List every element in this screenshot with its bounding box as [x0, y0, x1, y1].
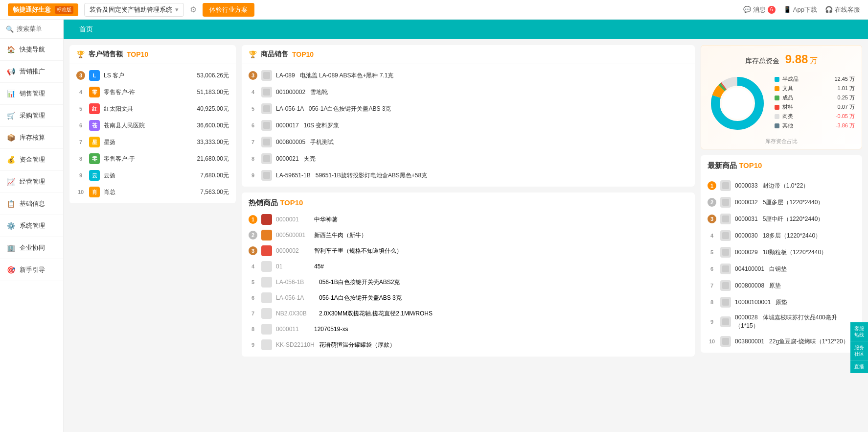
sales-icon: 📊 — [6, 89, 16, 98]
rank-number: 8 — [249, 154, 257, 163]
rank-number: 9 — [708, 317, 716, 326]
product-thumbnail — [261, 339, 272, 350]
gear-icon[interactable]: ⚙ — [190, 5, 197, 14]
sidebar-item-basic[interactable]: 📋 基础信息 — [0, 193, 63, 215]
live-btn[interactable]: 直播 — [850, 360, 868, 373]
online-service-btn[interactable]: 🎧 在线客服 — [825, 5, 860, 14]
nav-tab-home[interactable]: 首页 — [71, 21, 101, 38]
product-name: 智利车子里（规格不知道填什么） — [314, 247, 402, 255]
app-badge: 标准版 — [55, 6, 73, 14]
inventory-title: 库存总资金 — [745, 57, 779, 65]
inventory-total: 库存总资金 9.88 万 — [701, 46, 862, 69]
list-item: 8 0000011 12070519-xs — [242, 321, 695, 337]
product-icon — [720, 197, 731, 208]
top-header: 畅捷通好生意 标准版 装备及固定资产辅助管理系统 ▾ ⚙ 体验行业方案 💬 消息… — [0, 0, 868, 20]
legend-item: 材料 0.07 万 — [775, 103, 855, 111]
customer-rank-list: 3 L LS 客户 53,006.26元 4 零 零售客户-许 51,183.0… — [69, 64, 236, 203]
svg-rect-22 — [722, 338, 729, 345]
list-item: 7 星 星扬 33,333.00元 — [69, 134, 236, 150]
app-download-btn[interactable]: 📱 App下载 — [783, 5, 817, 14]
sales-value: 51,183.00元 — [197, 88, 229, 96]
inventory-chart-label: 库存资金占比 — [701, 138, 862, 149]
list-item: 6 LA-056-1A 056-1A白色按键开关盖ABS 3克 — [242, 290, 695, 306]
product-code: 0000011 — [276, 326, 310, 333]
sidebar-item-operation[interactable]: 📈 经营管理 — [0, 171, 63, 193]
customer-name: 星扬 — [104, 138, 193, 146]
sidebar-item-purchase[interactable]: 🛒 采购管理 — [0, 105, 63, 127]
donut-legend: 半成品 12.45 万 文具 1.01 万 成品 0 — [775, 75, 855, 131]
rank-number: 9 — [249, 340, 257, 349]
search-menu-label: 搜索菜单 — [17, 24, 42, 33]
sidebar-item-sales[interactable]: 📊 销售管理 — [0, 83, 63, 105]
rank-number: 7 — [708, 281, 716, 290]
product-info: 0000021 夹壳 — [276, 155, 688, 163]
rank-number: 1 — [249, 215, 257, 224]
message-btn[interactable]: 💬 消息 6 — [743, 5, 776, 14]
phone-icon: 📱 — [783, 6, 791, 13]
rank-number: 10 — [708, 337, 716, 346]
rank-number: 2 — [249, 231, 257, 240]
search-menu-btn[interactable]: 🔍 搜索菜单 — [0, 20, 63, 39]
sidebar-label-corp: 企业协同 — [20, 243, 45, 252]
sidebar-label-basic: 基础信息 — [20, 199, 45, 208]
list-item: 4 01 45# — [242, 259, 695, 274]
svg-rect-13 — [722, 182, 729, 189]
product-icon — [261, 120, 272, 131]
corp-icon: 🏢 — [6, 243, 16, 253]
sidebar-item-inventory[interactable]: 📦 库存核算 — [0, 127, 63, 149]
system-selector[interactable]: 装备及固定资产辅助管理系统 ▾ — [84, 3, 184, 17]
list-item: 9 KK-SD22110H 花语萌恒温分罐罐袋（厚款） — [242, 337, 695, 353]
page-content: 🏆 客户销售额 TOP10 3 L LS 客户 53,006.26元 — [64, 39, 868, 432]
left-column: 🏆 客户销售额 TOP10 3 L LS 客户 53,006.26元 — [69, 45, 236, 426]
rank-number: 5 — [249, 278, 257, 287]
customer-name: 零售客户-于 — [104, 155, 193, 163]
customer-name: 苍南县人民医院 — [104, 121, 193, 130]
product-sales-header: 🏆 商品销售 TOP10 — [242, 45, 695, 64]
search-icon: 🔍 — [6, 25, 14, 33]
customer-service-btn[interactable]: 客服热线 — [850, 322, 868, 341]
product-icon — [720, 280, 731, 291]
svg-rect-14 — [722, 199, 729, 206]
product-icon — [720, 230, 731, 241]
community-btn[interactable]: 服务社区 — [850, 341, 868, 360]
trial-button[interactable]: 体验行业方案 — [203, 3, 254, 17]
hot-products-title: 热销商品 TOP10 — [242, 192, 695, 212]
product-thumbnail — [261, 214, 272, 225]
app-title-area: 畅捷通好生意 标准版 — [8, 3, 78, 16]
product-info: 000800008 原垫 — [735, 282, 855, 290]
product-icon — [261, 137, 272, 147]
sidebar-label-purchase: 采购管理 — [20, 111, 45, 120]
system-name: 装备及固定资产辅助管理系统 — [90, 5, 172, 14]
product-code: LA-056-1B — [276, 279, 315, 286]
sales-value: 33,333.00元 — [197, 138, 229, 146]
sidebar-item-guide[interactable]: 🎯 新手引导 — [0, 259, 63, 281]
sidebar-item-home[interactable]: 🏠 快捷导航 — [0, 39, 63, 61]
rank-number: 6 — [249, 293, 257, 302]
rank-number: 7 — [249, 138, 257, 146]
avatar: 红 — [89, 103, 100, 114]
list-item: 10 003800001 22g鱼豆腐-烧烤味（1*12*20） — [701, 333, 862, 350]
rank-number: 8 — [708, 298, 716, 307]
sidebar-item-marketing[interactable]: 📢 营销推广 — [0, 61, 63, 83]
sidebar-label-system: 系统管理 — [20, 221, 45, 230]
hot-products-badge: TOP10 — [280, 198, 303, 207]
list-item: 4 零 零售客户-许 51,183.00元 — [69, 84, 236, 100]
list-item: 8 10000100001 原垫 — [701, 294, 862, 311]
message-icon: 💬 — [743, 6, 751, 13]
sidebar-item-finance[interactable]: 💰 资金管理 — [0, 149, 63, 171]
rank-number: 4 — [249, 262, 257, 271]
product-thumbnail — [261, 308, 272, 319]
customer-ranking-badge: TOP10 — [127, 50, 148, 58]
list-item: 9 LA-59651-1B 59651-1B旋转投影灯电池盒ABS黑色+58克 — [242, 167, 695, 184]
chevron-down-icon: ▾ — [175, 6, 179, 13]
product-icon — [720, 297, 731, 308]
product-icon — [720, 336, 731, 347]
app-title: 畅捷通好生意 — [13, 5, 51, 14]
legend-item: 其他 -3.86 万 — [775, 122, 855, 129]
list-item: 5 0000029 18颗粒板（1220*2440） — [701, 244, 862, 261]
inventory-unit: 万 — [810, 56, 818, 65]
list-item: 3 L LS 客户 53,006.26元 — [69, 67, 236, 84]
sidebar-item-corp[interactable]: 🏢 企业协同 — [0, 237, 63, 259]
sidebar-item-system[interactable]: ⚙️ 系统管理 — [0, 215, 63, 237]
message-label: 消息 — [753, 5, 766, 14]
